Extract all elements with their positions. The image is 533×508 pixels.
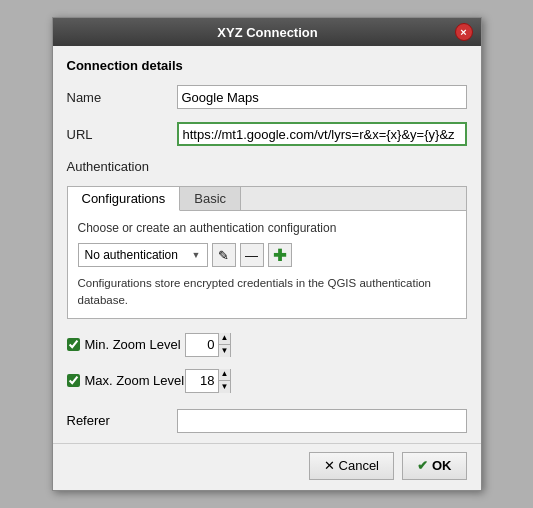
remove-icon: — — [245, 248, 258, 263]
edit-auth-button[interactable]: ✎ — [212, 243, 236, 267]
add-auth-button[interactable]: ✚ — [268, 243, 292, 267]
name-input[interactable] — [177, 85, 467, 109]
max-zoom-label: Max. Zoom Level — [85, 373, 185, 388]
cancel-label: Cancel — [339, 458, 379, 473]
remove-auth-button[interactable]: — — [240, 243, 264, 267]
max-zoom-arrows: ▲ ▼ — [218, 369, 231, 393]
min-zoom-checkbox[interactable] — [67, 338, 80, 351]
auth-label: Authentication — [67, 159, 467, 174]
ok-label: OK — [432, 458, 452, 473]
ok-button[interactable]: ✔ OK — [402, 452, 467, 480]
edit-icon: ✎ — [218, 248, 229, 263]
referer-label: Referer — [67, 413, 177, 428]
auth-controls: No authentication ▼ ✎ — ✚ — [78, 243, 456, 267]
max-zoom-spinbox: ▲ ▼ — [185, 369, 232, 393]
close-button[interactable]: × — [455, 23, 473, 41]
name-row: Name — [67, 85, 467, 109]
title-bar: XYZ Connection × — [53, 18, 481, 46]
min-zoom-label: Min. Zoom Level — [85, 337, 185, 352]
connection-details-label: Connection details — [67, 58, 467, 73]
max-zoom-checkbox[interactable] — [67, 374, 80, 387]
min-zoom-spinbox: ▲ ▼ — [185, 333, 232, 357]
dialog-footer: ✕ Cancel ✔ OK — [53, 443, 481, 490]
min-zoom-input[interactable] — [186, 334, 218, 356]
name-label: Name — [67, 90, 177, 105]
referer-input[interactable] — [177, 409, 467, 433]
auth-dropdown-value: No authentication — [85, 248, 178, 262]
max-zoom-input[interactable] — [186, 370, 218, 392]
url-input[interactable] — [177, 122, 467, 146]
tab-configurations[interactable]: Configurations — [68, 187, 181, 211]
add-icon: ✚ — [273, 246, 286, 265]
auth-dropdown[interactable]: No authentication ▼ — [78, 243, 208, 267]
url-row: URL — [67, 122, 467, 146]
cancel-icon: ✕ — [324, 458, 335, 473]
dropdown-arrow-icon: ▼ — [192, 250, 201, 260]
min-zoom-down[interactable]: ▼ — [219, 345, 231, 357]
configurations-tab-content: Choose or create an authentication confi… — [68, 211, 466, 317]
cancel-button[interactable]: ✕ Cancel — [309, 452, 394, 480]
auth-tab-container: Configurations Basic Choose or create an… — [67, 186, 467, 318]
dialog-title: XYZ Connection — [81, 25, 455, 40]
min-zoom-up[interactable]: ▲ — [219, 333, 231, 346]
tab-bar: Configurations Basic — [68, 187, 466, 211]
max-zoom-up[interactable]: ▲ — [219, 369, 231, 382]
referer-row: Referer — [67, 409, 467, 433]
ok-icon: ✔ — [417, 458, 428, 473]
max-zoom-down[interactable]: ▼ — [219, 381, 231, 393]
auth-desc: Choose or create an authentication confi… — [78, 221, 456, 235]
max-zoom-row: Max. Zoom Level ▲ ▼ — [67, 369, 467, 393]
min-zoom-arrows: ▲ ▼ — [218, 333, 231, 357]
auth-note: Configurations store encrypted credentia… — [78, 275, 456, 307]
tab-basic[interactable]: Basic — [180, 187, 241, 210]
xyz-connection-dialog: XYZ Connection × Connection details Name… — [52, 17, 482, 490]
min-zoom-row: Min. Zoom Level ▲ ▼ — [67, 333, 467, 357]
close-icon: × — [460, 26, 466, 38]
url-label: URL — [67, 127, 177, 142]
dialog-body: Connection details Name URL Authenticati… — [53, 46, 481, 442]
